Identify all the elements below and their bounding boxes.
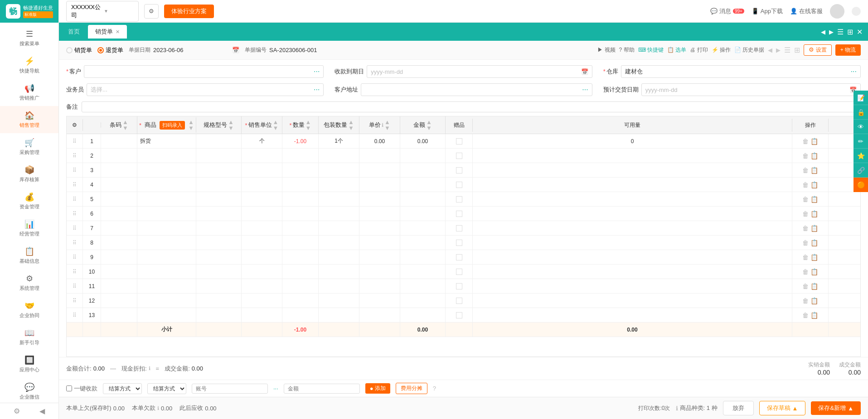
td-unit-price-2[interactable] bbox=[359, 163, 400, 177]
td-amount-5[interactable] bbox=[400, 207, 446, 221]
td-pkg-qty-5[interactable] bbox=[319, 207, 359, 221]
td-product-2[interactable] bbox=[137, 163, 196, 177]
td-qty-12[interactable] bbox=[282, 308, 319, 322]
td-gift-12[interactable] bbox=[446, 308, 473, 322]
td-pkg-qty-2[interactable] bbox=[319, 163, 359, 177]
rt-link-btn[interactable]: 🔗 bbox=[853, 163, 868, 178]
print-btn[interactable]: 🖨 打印 bbox=[690, 46, 708, 54]
scan-barcode-button[interactable]: 扫码录入 bbox=[160, 121, 185, 130]
td-spec-11[interactable] bbox=[196, 294, 242, 308]
tab-close-all-icon[interactable]: ✕ bbox=[857, 28, 863, 36]
td-spec-2[interactable] bbox=[196, 163, 242, 177]
td-product-7[interactable] bbox=[137, 236, 196, 250]
salesperson-dots-icon[interactable]: ··· bbox=[314, 86, 320, 94]
sidebar-item-marketing[interactable]: 📢营销推广 bbox=[0, 79, 58, 106]
rt-star-btn[interactable]: ⭐ bbox=[853, 149, 868, 163]
td-gift-1[interactable] bbox=[446, 149, 473, 163]
td-unit-12[interactable] bbox=[242, 308, 282, 322]
td-unit-price-9[interactable] bbox=[359, 265, 400, 279]
td-unit-10[interactable] bbox=[242, 279, 282, 293]
td-gift-7[interactable] bbox=[446, 236, 473, 250]
td-qty-9[interactable] bbox=[282, 265, 319, 279]
sidebar-item-quick-nav[interactable]: ⚡快捷导航 bbox=[0, 52, 58, 79]
td-barcode-6[interactable] bbox=[101, 221, 137, 235]
number-input[interactable] bbox=[269, 47, 345, 53]
tab-grid-icon[interactable]: ⊞ bbox=[847, 28, 853, 36]
td-unit-0[interactable]: 个 bbox=[242, 134, 282, 148]
copy-row-icon-12[interactable]: 📋 bbox=[810, 312, 818, 319]
delete-row-icon-6[interactable]: 🗑 bbox=[802, 225, 809, 232]
td-pkg-qty-0[interactable]: 1个 bbox=[319, 134, 359, 148]
td-product-10[interactable] bbox=[137, 279, 196, 293]
td-barcode-2[interactable] bbox=[101, 163, 137, 177]
copy-row-icon-10[interactable]: 📋 bbox=[810, 283, 818, 290]
gift-checkbox-5[interactable] bbox=[456, 211, 462, 217]
td-unit-1[interactable] bbox=[242, 149, 282, 163]
gift-checkbox-8[interactable] bbox=[456, 254, 462, 260]
td-pkg-qty-7[interactable] bbox=[319, 236, 359, 250]
cash-discount-info-icon[interactable]: ℹ bbox=[149, 366, 150, 371]
td-pkg-qty-4[interactable] bbox=[319, 192, 359, 206]
td-spec-9[interactable] bbox=[196, 265, 242, 279]
copy-row-icon-1[interactable]: 📋 bbox=[810, 152, 818, 159]
td-barcode-3[interactable] bbox=[101, 178, 137, 192]
select-btn[interactable]: 📋 选单 bbox=[667, 46, 686, 54]
gift-checkbox-3[interactable] bbox=[456, 182, 462, 188]
message-button[interactable]: 💬 消息 99+ bbox=[710, 7, 744, 15]
gift-checkbox-4[interactable] bbox=[456, 196, 462, 202]
delete-row-icon-4[interactable]: 🗑 bbox=[802, 196, 809, 203]
td-unit-3[interactable] bbox=[242, 178, 282, 192]
radio-return-order[interactable]: 退货单 bbox=[97, 46, 123, 54]
copy-row-icon-4[interactable]: 📋 bbox=[810, 196, 818, 203]
td-amount-10[interactable] bbox=[400, 279, 446, 293]
td-amount-6[interactable] bbox=[400, 221, 446, 235]
td-barcode-7[interactable] bbox=[101, 236, 137, 250]
copy-row-icon-5[interactable]: 📋 bbox=[810, 210, 818, 217]
calc-method-select[interactable]: 结算方式 bbox=[147, 383, 186, 394]
gift-checkbox-10[interactable] bbox=[456, 283, 462, 289]
shortcut-btn[interactable]: ⌨ 快捷键 bbox=[638, 46, 664, 54]
td-unit-9[interactable] bbox=[242, 265, 282, 279]
td-spec-7[interactable] bbox=[196, 236, 242, 250]
td-unit-price-7[interactable] bbox=[359, 236, 400, 250]
abandon-button[interactable]: 放弃 bbox=[723, 401, 754, 415]
td-pkg-qty-10[interactable] bbox=[319, 279, 359, 293]
delete-row-icon-8[interactable]: 🗑 bbox=[802, 254, 809, 261]
rt-edit-btn[interactable]: ✏ bbox=[853, 134, 868, 149]
td-qty-5[interactable] bbox=[282, 207, 319, 221]
td-product-3[interactable] bbox=[137, 178, 196, 192]
td-gift-10[interactable] bbox=[446, 279, 473, 293]
copy-row-icon-6[interactable]: 📋 bbox=[810, 225, 818, 232]
td-gift-9[interactable] bbox=[446, 265, 473, 279]
td-barcode-9[interactable] bbox=[101, 265, 137, 279]
nav-prev-icon[interactable]: ◀ bbox=[768, 47, 772, 53]
td-product-6[interactable] bbox=[137, 221, 196, 235]
delete-row-icon-7[interactable]: 🗑 bbox=[802, 239, 809, 246]
payment-amount-input[interactable] bbox=[284, 384, 360, 394]
td-unit-price-12[interactable] bbox=[359, 308, 400, 322]
td-qty-4[interactable] bbox=[282, 192, 319, 206]
delete-row-icon-0[interactable]: 🗑 bbox=[802, 138, 809, 145]
help-btn[interactable]: ? 帮助 bbox=[619, 46, 635, 54]
td-amount-4[interactable] bbox=[400, 192, 446, 206]
td-product-0[interactable]: 拆货 bbox=[137, 134, 196, 148]
gift-checkbox-11[interactable] bbox=[456, 298, 462, 304]
td-barcode-10[interactable] bbox=[101, 279, 137, 293]
td-unit-price-1[interactable] bbox=[359, 149, 400, 163]
td-barcode-0[interactable] bbox=[101, 134, 137, 148]
td-product-9[interactable] bbox=[137, 265, 196, 279]
expense-split-button[interactable]: 费用分摊 bbox=[396, 383, 427, 394]
settings-gear-button[interactable]: ⚙ bbox=[144, 4, 159, 19]
td-qty-3[interactable] bbox=[282, 178, 319, 192]
tab-nav-prev-icon[interactable]: ◀ bbox=[821, 29, 825, 35]
td-product-12[interactable] bbox=[137, 308, 196, 322]
date-calendar-icon[interactable]: 📅 bbox=[232, 47, 239, 53]
td-unit-price-0[interactable]: 0.00 bbox=[359, 134, 400, 148]
td-product-8[interactable] bbox=[137, 250, 196, 264]
gift-checkbox-0[interactable] bbox=[456, 138, 462, 144]
salesperson-input[interactable]: 选择... ··· bbox=[87, 83, 324, 96]
td-qty-8[interactable] bbox=[282, 250, 319, 264]
td-unit-price-8[interactable] bbox=[359, 250, 400, 264]
online-service-button[interactable]: 👤 在线客服 bbox=[790, 7, 823, 15]
sidebar-item-operations[interactable]: 📊经营管理 bbox=[0, 215, 58, 242]
